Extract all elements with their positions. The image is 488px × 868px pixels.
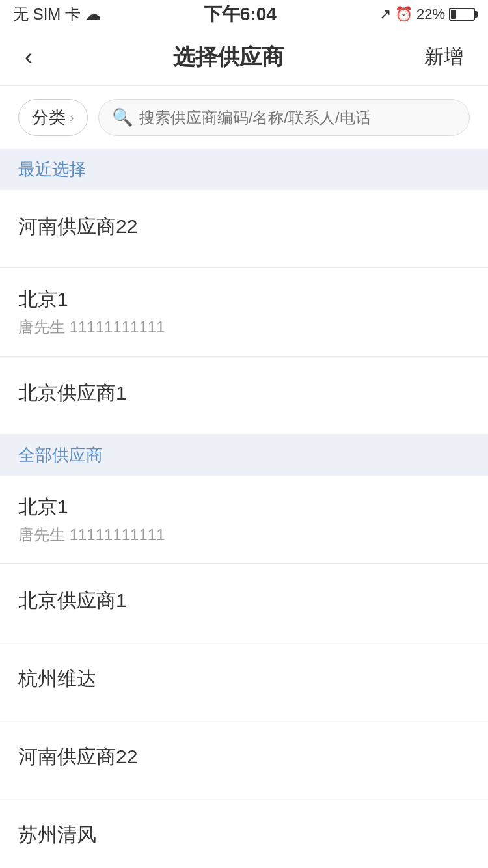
location-icon: ↗ bbox=[379, 6, 391, 23]
item-name: 河南供应商22 bbox=[18, 744, 470, 770]
chevron-down-icon: › bbox=[70, 110, 74, 125]
list-item[interactable]: 北京1 唐先生 11111111111 bbox=[0, 268, 488, 357]
item-name: 北京供应商1 bbox=[18, 588, 470, 614]
nav-bar: ‹ 选择供应商 新增 bbox=[0, 29, 488, 86]
list-item[interactable]: 北京1 唐先生 11111111111 bbox=[0, 476, 488, 564]
list-item[interactable]: 河南供应商22 bbox=[0, 190, 488, 268]
all-section-header: 全部供应商 bbox=[0, 435, 488, 476]
item-detail: 唐先生 11111111111 bbox=[18, 524, 470, 545]
list-item[interactable]: 杭州维达 bbox=[0, 642, 488, 720]
status-right: ↗ ⏰ 22% bbox=[379, 6, 475, 23]
search-icon: 🔍 bbox=[112, 107, 133, 128]
item-name: 河南供应商22 bbox=[18, 213, 470, 240]
search-input[interactable] bbox=[139, 109, 456, 127]
back-button[interactable]: ‹ bbox=[18, 37, 39, 77]
page-title: 选择供应商 bbox=[173, 42, 284, 72]
item-name: 苏州清风 bbox=[18, 822, 470, 848]
all-section-label: 全部供应商 bbox=[18, 445, 103, 465]
recent-section-header: 最近选择 bbox=[0, 149, 488, 190]
status-bar: 无 SIM 卡 ☁ 下午6:04 ↗ ⏰ 22% bbox=[0, 0, 488, 29]
battery-icon bbox=[449, 8, 475, 21]
list-item[interactable]: 河南供应商22 bbox=[0, 720, 488, 798]
item-name: 北京1 bbox=[18, 494, 470, 521]
filter-bar: 分类 › 🔍 bbox=[0, 86, 488, 149]
all-items-list: 北京1 唐先生 11111111111 北京供应商1 杭州维达 河南供应商22 … bbox=[0, 476, 488, 868]
status-time: 下午6:04 bbox=[204, 2, 277, 27]
item-name: 北京供应商1 bbox=[18, 380, 470, 407]
list-item[interactable]: 北京供应商1 bbox=[0, 564, 488, 642]
category-label: 分类 bbox=[32, 106, 66, 129]
sim-status: 无 SIM 卡 ☁ bbox=[13, 4, 101, 25]
list-item[interactable]: 苏州清风 bbox=[0, 798, 488, 868]
status-left: 无 SIM 卡 ☁ bbox=[13, 4, 101, 25]
search-box[interactable]: 🔍 bbox=[98, 99, 470, 136]
recent-items-list: 河南供应商22 北京1 唐先生 11111111111 北京供应商1 bbox=[0, 190, 488, 435]
add-button[interactable]: 新增 bbox=[418, 37, 470, 77]
battery-percent: 22% bbox=[416, 6, 445, 23]
item-detail: 唐先生 11111111111 bbox=[18, 317, 470, 338]
item-name: 杭州维达 bbox=[18, 666, 470, 692]
item-name: 北京1 bbox=[18, 286, 470, 313]
recent-section-label: 最近选择 bbox=[18, 159, 86, 179]
category-filter[interactable]: 分类 › bbox=[18, 99, 88, 136]
alarm-icon: ⏰ bbox=[395, 6, 413, 23]
list-item[interactable]: 北京供应商1 bbox=[0, 357, 488, 435]
